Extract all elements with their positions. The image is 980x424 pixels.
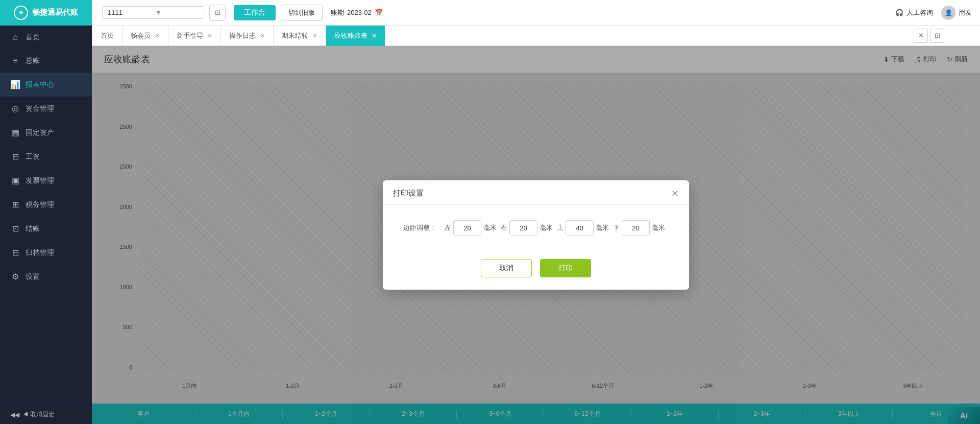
content-area: 首页 畅会员 ✕ 新手引导 ✕ 操作日志 ✕ 期末结转 ✕: [92, 26, 980, 424]
sidebar-item-archive-label: 归档管理: [26, 248, 54, 257]
top-margin-group: 上 毫米: [557, 220, 609, 235]
settings-icon: ⚙: [10, 272, 20, 281]
top-margin-input[interactable]: [566, 220, 594, 235]
sidebar-collapse-btn[interactable]: ◀◀ ◀ 取消固定: [0, 405, 92, 424]
tab-controls: ✕ ⊡: [914, 29, 949, 43]
tab-guide[interactable]: 新手引导 ✕: [168, 26, 221, 46]
bottom-margin-group: 下 毫米: [613, 220, 665, 235]
right-unit: 毫米: [540, 223, 553, 232]
sidebar-item-tax[interactable]: ⊞ 税务管理: [0, 193, 92, 217]
logo-text: 畅捷通易代账: [32, 8, 78, 17]
sidebar-item-salary-label: 工资: [26, 152, 40, 161]
copy-button[interactable]: ⊡: [209, 5, 226, 21]
tab-ar-aging[interactable]: 应收账龄表 ✕: [326, 26, 385, 46]
headset-icon: 🎧: [895, 9, 903, 16]
right-margin-input[interactable]: [509, 220, 537, 235]
sidebar-item-report-label: 报表中心: [26, 80, 54, 89]
right-label: 右: [501, 223, 507, 232]
calendar-icon[interactable]: 📅: [375, 9, 383, 16]
tab-member-label: 畅会员: [131, 31, 151, 40]
left-margin-input[interactable]: [453, 220, 481, 235]
user-name: 用友: [959, 8, 972, 17]
sidebar-item-invoice[interactable]: ▣ 发票管理: [0, 169, 92, 193]
archive-icon: ⊟: [10, 248, 20, 257]
modal-header: 打印设置 ✕: [383, 180, 689, 205]
modal-title: 打印设置: [393, 189, 424, 198]
cancel-button[interactable]: 取消: [481, 259, 532, 277]
bottom-label: 下: [613, 223, 620, 232]
sidebar-item-home[interactable]: ⌂ 首页: [0, 26, 92, 49]
tab-home[interactable]: 首页: [92, 26, 122, 46]
collapse-icon: ◀◀: [10, 411, 19, 418]
sidebar: ⌂ 首页 ≡ 总账 📊 报表中心 ◎ 资金管理 ▦ 固定资产 ⊟ 工资: [0, 26, 92, 424]
tab-period-close-label: 期末结转: [282, 31, 308, 40]
tab-period-close[interactable]: 期末结转 ✕: [274, 26, 326, 46]
sidebar-item-asset-label: 固定资产: [26, 128, 54, 137]
modal-overlay: 打印设置 ✕ 边距调整： 左 毫米: [92, 46, 980, 424]
report-icon: 📊: [10, 80, 20, 89]
tab-period-close-close[interactable]: ✕: [312, 32, 317, 39]
right-margin-group: 右 毫米: [501, 220, 553, 235]
ledger-icon: ≡: [10, 56, 20, 65]
consult-button[interactable]: 🎧 人工咨询: [895, 8, 933, 17]
sidebar-item-settings-label: 设置: [26, 272, 40, 281]
tab-member-close[interactable]: ✕: [155, 32, 160, 39]
period-label: 账期 2023-02 📅: [331, 8, 383, 17]
home-icon: ⌂: [10, 33, 20, 42]
tab-close-all-button[interactable]: ✕: [914, 29, 928, 43]
sidebar-item-asset[interactable]: ▦ 固定资产: [0, 121, 92, 145]
print-confirm-button[interactable]: 打印: [540, 259, 591, 277]
top-bar: ✦ 畅捷通易代账 1111 ▼ ⊡ 工作台 切到旧版 账期 2023-02 📅 …: [0, 0, 980, 26]
tab-oplog-label: 操作日志: [229, 31, 256, 40]
sidebar-item-close-label: 结账: [26, 224, 40, 233]
sidebar-item-ledger-label: 总账: [26, 56, 40, 65]
print-settings-modal: 打印设置 ✕ 边距调整： 左 毫米: [383, 180, 689, 290]
tab-bar: 首页 畅会员 ✕ 新手引导 ✕ 操作日志 ✕ 期末结转 ✕: [92, 26, 980, 46]
close-period-icon: ⊡: [10, 224, 20, 233]
page-content: 应收账龄表 ⬇ 下载 🖨 打印 ↻ 刷新: [92, 46, 980, 424]
sidebar-item-archive[interactable]: ⊟ 归档管理: [0, 241, 92, 265]
tab-home-label: 首页: [101, 31, 114, 40]
invoice-icon: ▣: [10, 176, 20, 185]
fund-icon: ◎: [10, 104, 20, 113]
tab-ar-aging-close[interactable]: ✕: [372, 32, 377, 39]
company-select[interactable]: 1111 ▼: [102, 6, 204, 19]
sidebar-item-salary[interactable]: ⊟ 工资: [0, 145, 92, 169]
user-button[interactable]: 👤 用友: [941, 6, 972, 20]
left-margin-group: 左 毫米: [445, 220, 497, 235]
copy-icon: ⊡: [215, 9, 220, 16]
top-unit: 毫米: [596, 223, 609, 232]
margin-label: 边距调整：: [403, 223, 436, 232]
modal-footer: 取消 打印: [383, 251, 689, 290]
salary-icon: ⊟: [10, 152, 20, 161]
period-text: 账期: [331, 8, 344, 17]
sidebar-item-close[interactable]: ⊡ 结账: [0, 217, 92, 241]
top-right-actions: 🎧 人工咨询 👤 用友: [895, 6, 972, 20]
logo-icon: ✦: [14, 6, 28, 20]
modal-close-button[interactable]: ✕: [671, 189, 679, 198]
top-label: 上: [557, 223, 564, 232]
tab-maximize-button[interactable]: ⊡: [930, 29, 944, 43]
period-value: 2023-02: [347, 9, 372, 16]
sidebar-item-tax-label: 税务管理: [26, 200, 54, 209]
sidebar-item-fund-label: 资金管理: [26, 104, 54, 113]
tab-ar-aging-label: 应收账龄表: [334, 31, 368, 40]
sidebar-item-fund[interactable]: ◎ 资金管理: [0, 97, 92, 121]
tab-guide-close[interactable]: ✕: [207, 32, 212, 39]
switch-version-button[interactable]: 切到旧版: [281, 5, 323, 21]
tab-member[interactable]: 畅会员 ✕: [122, 26, 168, 46]
consult-label: 人工咨询: [906, 8, 933, 17]
tax-icon: ⊞: [10, 200, 20, 209]
sidebar-item-ledger[interactable]: ≡ 总账: [0, 49, 92, 73]
modal-body: 边距调整： 左 毫米 右 毫米: [383, 205, 689, 251]
sidebar-item-report[interactable]: 📊 报表中心: [0, 73, 92, 97]
sidebar-item-settings[interactable]: ⚙ 设置: [0, 265, 92, 289]
work-tab-button[interactable]: 工作台: [234, 5, 276, 20]
bottom-margin-input[interactable]: [622, 220, 650, 235]
company-name: 1111: [108, 9, 151, 16]
logo-area: ✦ 畅捷通易代账: [0, 0, 92, 26]
bottom-unit: 毫米: [652, 223, 665, 232]
tab-oplog-close[interactable]: ✕: [260, 32, 265, 39]
tab-oplog[interactable]: 操作日志 ✕: [221, 26, 274, 46]
sidebar-item-invoice-label: 发票管理: [26, 176, 54, 185]
